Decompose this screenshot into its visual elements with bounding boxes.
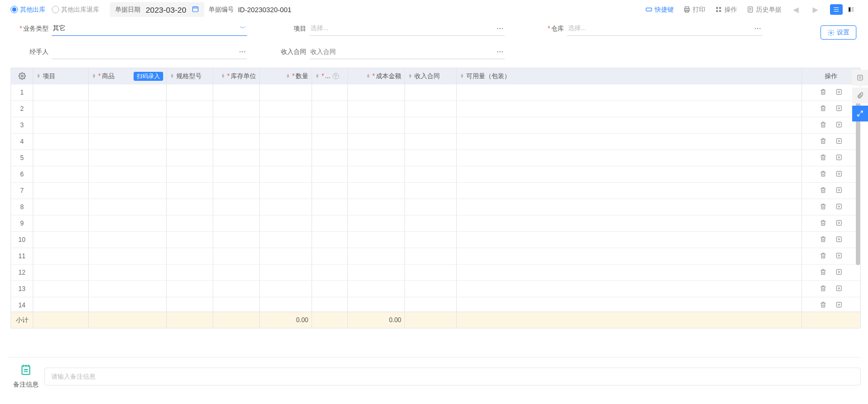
cell-project[interactable]	[33, 281, 89, 297]
cell-qty[interactable]	[260, 232, 312, 248]
cell-misc[interactable]	[312, 248, 348, 264]
cell-misc[interactable]	[312, 183, 348, 199]
remarks-tab[interactable]: 备注信息	[7, 364, 44, 389]
table-row[interactable]: 12	[11, 264, 860, 280]
cell-qty[interactable]	[260, 166, 312, 182]
remarks-input[interactable]: 请输入备注信息	[44, 368, 861, 386]
cell-misc[interactable]	[312, 281, 348, 297]
cell-misc[interactable]	[312, 117, 348, 133]
add-row-button[interactable]	[835, 88, 843, 97]
add-row-button[interactable]	[835, 121, 843, 130]
cell-project[interactable]	[33, 199, 89, 215]
table-row[interactable]: 13	[11, 280, 860, 297]
cell-cost[interactable]	[348, 84, 405, 100]
th-project[interactable]: ▲▼项目	[33, 68, 89, 84]
cell-product[interactable]	[89, 248, 167, 264]
cell-qty[interactable]	[260, 265, 312, 280]
cell-income[interactable]	[405, 265, 457, 280]
cell-project[interactable]	[33, 265, 89, 280]
cell-avail[interactable]	[457, 84, 802, 100]
add-row-button[interactable]	[835, 170, 843, 179]
cell-cost[interactable]	[348, 134, 405, 149]
cell-income[interactable]	[405, 199, 457, 215]
cell-cost[interactable]	[348, 166, 405, 182]
cell-spec[interactable]	[167, 281, 213, 297]
table-row[interactable]: 2	[11, 100, 860, 117]
cell-cost[interactable]	[348, 265, 405, 280]
delete-row-button[interactable]	[819, 170, 827, 179]
cell-product[interactable]	[89, 84, 167, 100]
cell-spec[interactable]	[167, 101, 213, 117]
cell-misc[interactable]	[312, 232, 348, 248]
cell-misc[interactable]	[312, 215, 348, 231]
cell-misc[interactable]	[312, 297, 348, 312]
cell-avail[interactable]	[457, 166, 802, 182]
cell-project[interactable]	[33, 134, 89, 149]
cell-project[interactable]	[33, 150, 89, 166]
delete-row-button[interactable]	[819, 186, 827, 195]
cell-qty[interactable]	[260, 297, 312, 312]
cell-product[interactable]	[89, 297, 167, 312]
cell-project[interactable]	[33, 183, 89, 199]
gear-header[interactable]	[11, 68, 33, 84]
cell-cost[interactable]	[348, 297, 405, 312]
cell-project[interactable]	[33, 166, 89, 182]
add-row-button[interactable]	[835, 105, 843, 114]
table-row[interactable]: 11	[11, 248, 860, 264]
cell-avail[interactable]	[457, 232, 802, 248]
cell-unit[interactable]	[213, 183, 260, 199]
cell-product[interactable]	[89, 199, 167, 215]
project-field[interactable]: 项目 选择... ···	[268, 21, 505, 36]
cell-product[interactable]	[89, 215, 167, 231]
income-contract-field[interactable]: 收入合同 ···	[268, 44, 505, 59]
more-icon[interactable]: ···	[754, 25, 761, 32]
view-detail-button[interactable]	[845, 4, 857, 15]
add-row-button[interactable]	[835, 252, 843, 261]
cell-qty[interactable]	[260, 101, 312, 117]
cell-spec[interactable]	[167, 117, 213, 133]
th-spec[interactable]: ▲▼规格型号	[167, 68, 213, 84]
cell-misc[interactable]	[312, 101, 348, 117]
delete-row-button[interactable]	[819, 219, 827, 228]
table-row[interactable]: 7	[11, 182, 860, 199]
cell-product[interactable]	[89, 101, 167, 117]
th-qty[interactable]: ▲▼数量	[260, 68, 312, 84]
cell-misc[interactable]	[312, 84, 348, 100]
cell-product[interactable]	[89, 281, 167, 297]
cell-cost[interactable]	[348, 232, 405, 248]
cell-spec[interactable]	[167, 84, 213, 100]
table-row[interactable]: 5	[11, 149, 860, 166]
cell-qty[interactable]	[260, 134, 312, 149]
cell-unit[interactable]	[213, 281, 260, 297]
cell-spec[interactable]	[167, 297, 213, 312]
cell-project[interactable]	[33, 297, 89, 312]
cell-spec[interactable]	[167, 183, 213, 199]
cell-unit[interactable]	[213, 166, 260, 182]
cell-spec[interactable]	[167, 166, 213, 182]
cell-cost[interactable]	[348, 117, 405, 133]
cell-unit[interactable]	[213, 248, 260, 264]
cell-avail[interactable]	[457, 199, 802, 215]
delete-row-button[interactable]	[819, 203, 827, 212]
cell-product[interactable]	[89, 265, 167, 280]
print-button[interactable]: 打印	[683, 5, 705, 14]
cell-spec[interactable]	[167, 215, 213, 231]
cell-avail[interactable]	[457, 265, 802, 280]
cell-income[interactable]	[405, 183, 457, 199]
cell-unit[interactable]	[213, 215, 260, 231]
add-row-button[interactable]	[835, 268, 843, 277]
cell-cost[interactable]	[348, 281, 405, 297]
cell-qty[interactable]	[260, 215, 312, 231]
table-row[interactable]: 6	[11, 166, 860, 182]
handler-input[interactable]	[53, 48, 235, 55]
th-avail[interactable]: ▲▼可用量（包装）	[457, 68, 802, 84]
cell-misc[interactable]	[312, 199, 348, 215]
delete-row-button[interactable]	[819, 252, 827, 261]
shortcut-button[interactable]: 快捷键	[645, 5, 674, 14]
add-row-button[interactable]	[835, 186, 843, 195]
delete-row-button[interactable]	[819, 137, 827, 146]
cell-income[interactable]	[405, 166, 457, 182]
cell-unit[interactable]	[213, 84, 260, 100]
table-row[interactable]: 14	[11, 297, 860, 312]
table-row[interactable]: 9	[11, 215, 860, 231]
